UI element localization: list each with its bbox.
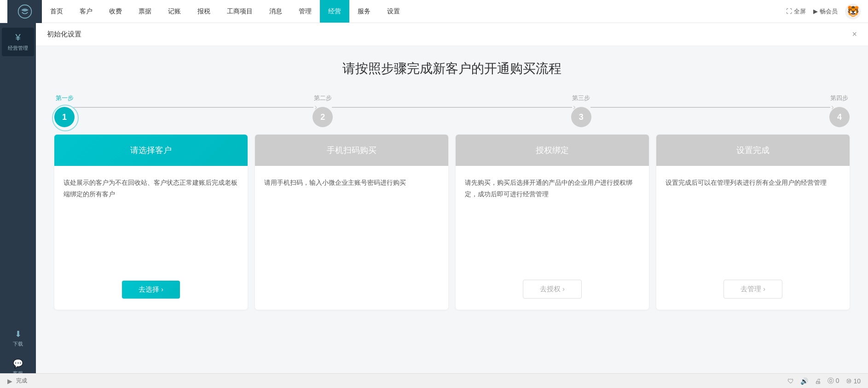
steps-flow: 第一步 1 第二步 2 第三步 3: [54, 94, 850, 127]
step-3-label: 第三步: [572, 94, 590, 102]
nav-home[interactable]: 首页: [42, 0, 71, 23]
setup-content: 请按照步骤完成新客户的开通购买流程 第一步 1 第二步 2: [36, 46, 868, 323]
page-title: 初始化设置: [47, 30, 81, 39]
fullscreen-icon: ⛶: [786, 8, 792, 15]
nav-bookkeeping[interactable]: 记账: [160, 0, 189, 23]
nav-tax[interactable]: 报税: [189, 0, 219, 23]
shield-status-icon: 🛡: [787, 377, 794, 385]
step-1-circle: 1: [54, 107, 75, 127]
step-card-1-header: 请选择客户: [54, 135, 248, 166]
step-4-label: 第四步: [830, 94, 848, 102]
step-3-indicator: 第三步 3: [571, 94, 591, 127]
member-button[interactable]: ▶ 畅会员: [813, 7, 838, 16]
status-label: 完成: [16, 377, 27, 385]
step-arrow-1: [74, 107, 313, 108]
step-3-circle: 3: [571, 107, 591, 127]
top-nav: 首页 客户 收费 票据 记账 报税 工商项目 消息 管理 经营 服务 设置 ⛶ …: [0, 0, 868, 23]
step-card-2: 手机扫码购买 请用手机扫码，输入小微企业主账号密码进行购买: [255, 135, 448, 310]
step-1-indicator: 第一步 1: [54, 94, 75, 127]
step-2-indicator: 第二步 2: [312, 94, 333, 127]
nav-settings[interactable]: 设置: [379, 0, 408, 23]
nav-service[interactable]: 服务: [349, 0, 379, 23]
step-card-4-header: 设置完成: [656, 135, 850, 166]
step-card-1: 请选择客户 该处展示的客户为不在回收站、客户状态正常建账后完成老板端绑定的所有客…: [54, 135, 248, 310]
step-card-3: 授权绑定 请先购买，购买后选择开通的产品中的企业用户进行授权绑定，成功后即可进行…: [456, 135, 649, 310]
step-card-2-body: 请用手机扫码，输入小微企业主账号密码进行购买: [255, 166, 448, 291]
step-card-4-footer: 去管理 ›: [656, 272, 850, 310]
page-header: 初始化设置 ×: [36, 23, 868, 46]
setup-heading: 请按照步骤完成新客户的开通购买流程: [54, 60, 850, 77]
download-icon: ⬇: [15, 329, 22, 339]
nav-business[interactable]: 工商项目: [219, 0, 261, 23]
nav-right: ⛶ 全屏 ▶ 畅会员 🐯: [786, 4, 861, 19]
go-select-button[interactable]: 去选择 ›: [122, 281, 180, 299]
step-card-3-footer: 去授权 ›: [456, 272, 649, 310]
play-icon: ▶: [813, 8, 818, 15]
step-4-indicator: 第四步 4: [829, 94, 850, 127]
status-right: 🛡 🔊 🖨 ⓪ 0 ⑩ 10: [787, 377, 861, 385]
nav-customer[interactable]: 客户: [71, 0, 101, 23]
step-card-1-body: 该处展示的客户为不在回收站、客户状态正常建账后完成老板端绑定的所有客户: [54, 166, 248, 273]
nav-message[interactable]: 消息: [261, 0, 290, 23]
go-manage-button[interactable]: 去管理 ›: [723, 280, 782, 299]
sidebar: ¥ 经营管理 ⬇ 下载 💬 客服: [0, 23, 36, 388]
status-left: ▶ 完成: [7, 377, 27, 385]
logo: [7, 0, 42, 23]
nav-operation[interactable]: 经营: [320, 0, 349, 23]
count-10-icon: ⑩ 10: [846, 377, 861, 385]
step-card-3-header: 授权绑定: [456, 135, 649, 166]
fullscreen-button[interactable]: ⛶ 全屏: [786, 7, 806, 16]
content-area: 初始化设置 × 请按照步骤完成新客户的开通购买流程 第一步 1 第二步: [36, 23, 868, 388]
sidebar-download[interactable]: ⬇ 下载: [2, 325, 34, 351]
step-2-label: 第二步: [314, 94, 332, 102]
step-cards: 请选择客户 该处展示的客户为不在回收站、客户状态正常建账后完成老板端绑定的所有客…: [54, 135, 850, 310]
close-button[interactable]: ×: [852, 29, 857, 39]
step-card-3-body: 请先购买，购买后选择开通的产品中的企业用户进行授权绑定，成功后即可进行经营管理: [456, 166, 649, 272]
print-status-icon: 🖨: [815, 377, 821, 385]
volume-status-icon: 🔊: [800, 377, 808, 385]
step-1-label: 第一步: [56, 94, 74, 102]
nav-items: 首页 客户 收费 票据 记账 报税 工商项目 消息 管理 经营 服务 设置: [42, 0, 786, 23]
nav-manage[interactable]: 管理: [290, 0, 320, 23]
step-card-4: 设置完成 设置完成后可以在管理列表进行所有企业用户的经营管理 去管理 ›: [656, 135, 850, 310]
step-card-2-header: 手机扫码购买: [255, 135, 448, 166]
step-2-circle: 2: [312, 107, 333, 127]
step-arrow-2: [332, 107, 572, 108]
avatar[interactable]: 🐯: [845, 4, 861, 19]
count-0-icon: ⓪ 0: [827, 377, 839, 385]
status-bar: ▶ 完成 🛡 🔊 🖨 ⓪ 0 ⑩ 10: [0, 373, 868, 388]
step-4-circle: 4: [829, 107, 850, 127]
step-card-2-footer: [255, 291, 448, 310]
yuan-icon: ¥: [15, 32, 20, 43]
nav-fee[interactable]: 收费: [101, 0, 130, 23]
step-card-4-body: 设置完成后可以在管理列表进行所有企业用户的经营管理: [656, 166, 850, 272]
main-layout: ¥ 经营管理 ⬇ 下载 💬 客服 初始化设置 × 请按照步骤完成新客户的开通购买…: [0, 23, 868, 388]
support-icon: 💬: [13, 359, 23, 369]
sidebar-item-operation[interactable]: ¥ 经营管理: [2, 28, 34, 56]
step-card-1-footer: 去选择 ›: [54, 273, 248, 310]
nav-invoice[interactable]: 票据: [130, 0, 160, 23]
step-arrow-3: [590, 107, 830, 108]
go-auth-button[interactable]: 去授权 ›: [523, 280, 582, 299]
play-status-icon: ▶: [7, 377, 12, 385]
